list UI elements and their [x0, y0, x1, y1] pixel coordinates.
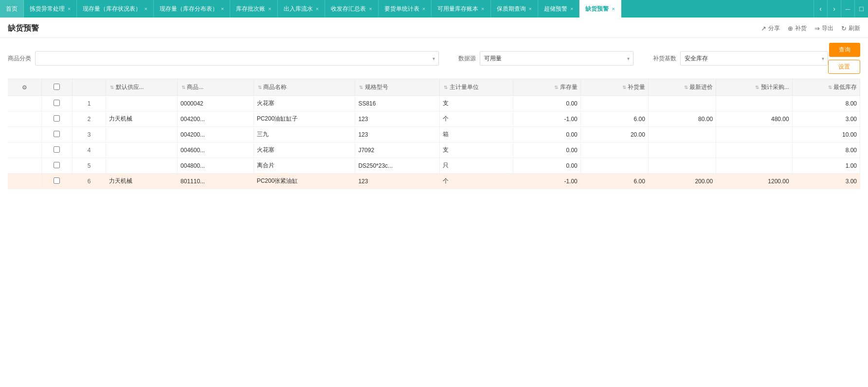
row-checkbox-3[interactable]	[54, 146, 60, 153]
row-supplier-1: 力天机械	[106, 111, 178, 127]
row-product-name-4: 离合片	[253, 158, 355, 174]
tab-demand-stats[interactable]: 要货单统计表 ×	[379, 0, 432, 18]
row-check-cell-0	[42, 96, 72, 111]
tab-close-overstock[interactable]: ×	[570, 6, 573, 12]
row-restock-2: 20.00	[580, 127, 648, 142]
row-min-stock-4: 1.00	[792, 158, 860, 174]
row-unit-4: 只	[440, 158, 513, 174]
category-filter-group: 商品分类 ▾	[8, 51, 439, 66]
datasource-select[interactable]: 可用量 库存量	[480, 51, 633, 66]
sort-restock-icon[interactable]: ⇅	[622, 85, 626, 90]
tab-close-receive-summary[interactable]: ×	[369, 6, 372, 12]
main-content: 缺货预警 ↗ 分享 ⊕ 补货 ⇒ 导出 ↻ 刷新 商品分类	[0, 18, 868, 387]
tab-prev-btn[interactable]: ‹	[814, 0, 827, 18]
row-min-stock-2: 10.00	[792, 127, 860, 142]
row-min-stock-1: 3.00	[792, 111, 860, 127]
query-button[interactable]: 查询	[829, 43, 860, 57]
sort-product-name-icon[interactable]: ⇅	[258, 85, 262, 90]
row-restock-4	[580, 158, 648, 174]
row-product-id-2: 004200...	[178, 127, 254, 142]
tab-close-stock-status[interactable]: ×	[144, 6, 147, 12]
row-checkbox-0[interactable]	[54, 100, 60, 106]
row-product-id-4: 004800...	[178, 158, 254, 174]
tab-minimize-btn[interactable]: —	[841, 0, 854, 18]
share-button[interactable]: ↗ 分享	[761, 24, 780, 33]
row-gear-cell-3	[8, 142, 42, 158]
row-product-id-5: 801110...	[178, 174, 254, 189]
row-gear-cell-4	[8, 158, 42, 174]
tab-close-shortage[interactable]: ×	[612, 6, 615, 12]
row-stock-4: 0.00	[513, 158, 580, 174]
tab-expiry-query[interactable]: 保质期查询 ×	[491, 0, 538, 18]
th-min-stock: ⇅ 最低库存	[792, 79, 860, 96]
tab-inout-flow[interactable]: 出入库流水 ×	[278, 0, 325, 18]
table-row: 2 力天机械 004200... PC200油缸缸子 123 个 -1.00 6…	[8, 111, 860, 127]
th-stock: ⇅ 库存量	[513, 79, 580, 96]
row-restock-0	[580, 96, 648, 111]
tab-batch-ledger[interactable]: 库存批次账 ×	[230, 0, 277, 18]
row-unit-0: 支	[440, 96, 513, 111]
restock-base-select-wrapper: 安全库存 最低库存 ▾	[680, 51, 828, 66]
tab-close-stock-dist[interactable]: ×	[221, 6, 224, 12]
row-est-purchase-5: 1200.00	[716, 174, 793, 189]
row-checkbox-1[interactable]	[54, 115, 60, 122]
settings-button[interactable]: 设置	[828, 60, 860, 74]
tab-home[interactable]: 首页	[0, 0, 24, 18]
th-spec: ⇅ 规格型号	[355, 79, 440, 96]
tab-shortage[interactable]: 缺货预警 ×	[579, 0, 621, 18]
tab-available-ledger[interactable]: 可用量库存账本 ×	[432, 0, 490, 18]
sort-unit-icon[interactable]: ⇅	[444, 85, 448, 90]
row-product-name-1: PC200油缸缸子	[253, 111, 355, 127]
row-min-stock-3: 8.00	[792, 142, 860, 158]
row-check-cell-2	[42, 127, 72, 142]
row-product-name-0: 火花塞	[253, 96, 355, 111]
tab-close-expiry-query[interactable]: ×	[529, 6, 532, 12]
restock-button[interactable]: ⊕ 补货	[788, 24, 807, 33]
tab-maximize-btn[interactable]: □	[854, 0, 868, 18]
page-header: 缺货预警 ↗ 分享 ⊕ 补货 ⇒ 导出 ↻ 刷新	[0, 18, 868, 38]
sort-est-purchase-icon[interactable]: ⇅	[755, 85, 759, 90]
row-est-purchase-4	[716, 158, 793, 174]
tab-next-btn[interactable]: ›	[827, 0, 841, 18]
sort-spec-icon[interactable]: ⇅	[359, 85, 363, 90]
sort-supplier-icon[interactable]: ⇅	[110, 85, 114, 90]
row-no-2: 3	[72, 127, 106, 142]
tab-close-available-ledger[interactable]: ×	[481, 6, 484, 12]
tab-overstock[interactable]: 超储预警 ×	[538, 0, 579, 18]
tab-abnormal[interactable]: 拣货异常处理 ×	[24, 0, 77, 18]
tab-receive-summary[interactable]: 收发存汇总表 ×	[325, 0, 378, 18]
tab-close-abnormal[interactable]: ×	[68, 6, 71, 12]
restock-base-select[interactable]: 安全库存 最低库存	[680, 51, 828, 66]
sort-latest-price-icon[interactable]: ⇅	[684, 85, 688, 90]
category-select[interactable]	[35, 51, 439, 66]
refresh-button[interactable]: ↻ 刷新	[841, 24, 860, 33]
table-body: 1 0000042 火花塞 SS816 支 0.00 8.00 2 力天机械 0…	[8, 96, 860, 189]
row-latest-price-0	[648, 96, 716, 111]
column-settings-icon[interactable]: ⚙	[22, 84, 27, 91]
th-check	[42, 79, 72, 96]
tab-nav-buttons: ‹ › — □	[814, 0, 868, 18]
export-icon: ⇒	[814, 25, 820, 32]
tab-stock-status[interactable]: 现存量（库存状况表） ×	[77, 0, 153, 18]
export-button[interactable]: ⇒ 导出	[814, 24, 833, 33]
table-row: 4 004600... 火花塞 J7092 支 0.00 8.00	[8, 142, 860, 158]
tab-close-batch-ledger[interactable]: ×	[268, 6, 271, 12]
tab-close-demand-stats[interactable]: ×	[422, 6, 425, 12]
row-check-cell-1	[42, 111, 72, 127]
row-est-purchase-0	[716, 96, 793, 111]
row-checkbox-5[interactable]	[54, 177, 60, 184]
row-checkbox-2[interactable]	[54, 131, 60, 137]
row-no-4: 5	[72, 158, 106, 174]
row-checkbox-4[interactable]	[54, 162, 60, 168]
row-unit-1: 个	[440, 111, 513, 127]
select-all-checkbox[interactable]	[54, 84, 60, 90]
sort-stock-icon[interactable]: ⇅	[554, 85, 558, 90]
sort-product-id-icon[interactable]: ⇅	[181, 85, 185, 90]
row-stock-1: -1.00	[513, 111, 580, 127]
row-check-cell-5	[42, 174, 72, 189]
tab-close-inout-flow[interactable]: ×	[316, 6, 319, 12]
row-restock-3	[580, 142, 648, 158]
th-supplier: ⇅ 默认供应...	[106, 79, 178, 96]
sort-min-stock-icon[interactable]: ⇅	[828, 85, 832, 90]
tab-stock-dist[interactable]: 现存量（库存分布表） ×	[154, 0, 230, 18]
